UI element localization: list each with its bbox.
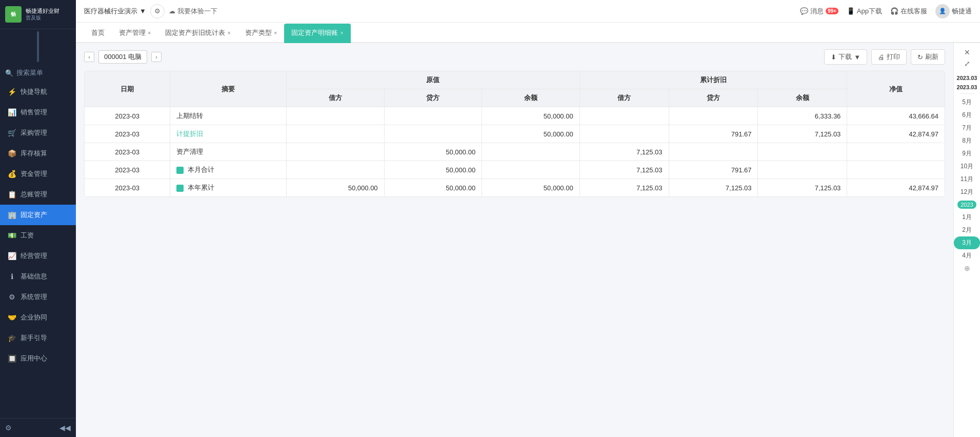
refresh-button[interactable]: ↻ 刷新 xyxy=(911,49,945,65)
tab-depreciation[interactable]: 固定资产折旧统计表 × xyxy=(158,24,237,43)
company-selector[interactable]: 医疗器械行业演示 ▼ xyxy=(84,7,146,16)
collapse-icon[interactable]: ◀◀ xyxy=(59,424,71,432)
col-summary: 摘要 xyxy=(170,71,287,107)
sidebar-bottom: ⚙ ◀◀ xyxy=(0,418,76,437)
month-item-1[interactable]: 1月 xyxy=(954,211,980,224)
month-item-12[interactable]: 12月 xyxy=(954,186,980,198)
table-row: 2023-03 资产清理 50,000.00 7,125.03 xyxy=(85,143,945,161)
download-button[interactable]: ⬇ 下载 ▼ xyxy=(824,49,867,65)
cell-summary: 上期结转 xyxy=(170,107,287,125)
month-item-4[interactable]: 4月 xyxy=(954,249,980,262)
sidebar-item-purchase[interactable]: 🛒 采购管理 xyxy=(0,123,76,143)
avatar: 👤 xyxy=(935,4,950,18)
message-badge: 99+ xyxy=(826,8,838,14)
tab-home[interactable]: 首页 xyxy=(84,24,112,43)
sidebar-item-system[interactable]: ⚙ 系统管理 xyxy=(0,287,76,307)
app-center-icon: 🔲 xyxy=(7,354,16,363)
cell-orig-balance xyxy=(482,161,580,179)
sidebar-item-label: 工资 xyxy=(21,231,34,240)
tab-detail-ledger[interactable]: 固定资产明细账 × xyxy=(284,24,350,43)
table-row: 2023-03 本月合计 50,000.00 7,125.03 791.67 xyxy=(85,161,945,179)
sidebar-item-fixed-assets[interactable]: 🏢 固定资产 xyxy=(0,205,76,225)
cell-net-value xyxy=(847,143,945,161)
month-item-9[interactable]: 9月 xyxy=(954,147,980,160)
app-logo: 畅 xyxy=(5,6,22,23)
cell-dep-credit xyxy=(669,143,758,161)
month-item-7[interactable]: 7月 xyxy=(954,122,980,134)
month-item-10[interactable]: 10月 xyxy=(954,160,980,173)
sidebar-item-label: 固定资产 xyxy=(21,210,47,220)
right-nav-expand-button[interactable]: ⤢ xyxy=(962,58,972,69)
customer-service-action[interactable]: 🎧 在线客服 xyxy=(890,7,927,16)
right-nav-close-button[interactable]: ✕ xyxy=(962,47,972,57)
sidebar-item-label: 应用中心 xyxy=(21,354,47,363)
sidebar-item-salary[interactable]: 💵 工资 xyxy=(0,225,76,246)
quick-nav-icon: ⚡ xyxy=(7,87,16,96)
table-row: 2023-03 本年累计 50,000.00 50,000.00 50,000.… xyxy=(85,179,945,197)
header-right: 💬 消息 99+ 📱 App下载 🎧 在线客服 👤 畅捷通 xyxy=(800,4,972,18)
monthly-total-icon xyxy=(176,167,184,174)
sidebar-item-label: 系统管理 xyxy=(21,292,47,302)
month-item-8[interactable]: 8月 xyxy=(954,134,980,147)
purchase-icon: 🛒 xyxy=(7,128,16,137)
sidebar-item-basic-info[interactable]: ℹ 基础信息 xyxy=(0,266,76,287)
cell-summary: 本月合计 xyxy=(170,161,287,179)
sidebar-item-sales[interactable]: 📊 销售管理 xyxy=(0,102,76,123)
month-item-11[interactable]: 11月 xyxy=(954,173,980,186)
tab-asset-type-close[interactable]: × xyxy=(274,30,277,36)
company-settings-button[interactable]: ⚙ xyxy=(150,4,165,18)
cell-dep-debit xyxy=(579,107,669,125)
cell-date: 2023-03 xyxy=(85,143,170,161)
app-subtitle: 普及版 xyxy=(26,14,59,22)
cell-orig-credit: 50,000.00 xyxy=(384,179,482,197)
month-item-5[interactable]: 5月 xyxy=(954,96,980,109)
cell-dep-credit: 791.67 xyxy=(669,161,758,179)
inventory-icon: 📦 xyxy=(7,149,16,158)
cell-dep-balance: 7,125.03 xyxy=(758,179,847,197)
cell-orig-credit xyxy=(384,125,482,143)
sidebar-item-finance[interactable]: 💰 资金管理 xyxy=(0,164,76,184)
tab-asset-close[interactable]: × xyxy=(148,30,151,36)
cell-dep-debit: 7,125.03 xyxy=(579,143,669,161)
sidebar-item-collaboration[interactable]: 🤝 企业协同 xyxy=(0,307,76,328)
tab-asset-label: 资产管理 xyxy=(119,28,146,37)
download-label: 下载 xyxy=(838,52,852,62)
month-item-2[interactable]: 2月 xyxy=(954,224,980,236)
cell-dep-debit: 7,125.03 xyxy=(579,161,669,179)
search-menu-item[interactable]: 🔍 搜索菜单 xyxy=(0,64,76,82)
sidebar-item-quick-nav[interactable]: ⚡ 快捷导航 xyxy=(0,82,76,102)
search-menu-label: 搜索菜单 xyxy=(16,68,43,77)
sidebar-item-guide[interactable]: 🎓 新手引导 xyxy=(0,328,76,348)
next-record-button[interactable]: › xyxy=(151,52,162,62)
sidebar-item-label: 采购管理 xyxy=(21,128,47,137)
right-time-nav: ✕ ⤢ 2023.03 2023.03 5月 6月 7月 8月 9月 10月 1… xyxy=(953,43,980,437)
ledger-icon: 📋 xyxy=(7,190,16,199)
prev-record-button[interactable]: ‹ xyxy=(84,52,94,62)
app-download-action[interactable]: 📱 App下载 xyxy=(847,7,882,16)
sidebar-item-app-center[interactable]: 🔲 应用中心 xyxy=(0,348,76,369)
message-action[interactable]: 💬 消息 99+ xyxy=(800,7,838,16)
print-button[interactable]: 🖨 打印 xyxy=(871,49,907,65)
month-item-3[interactable]: 3月 xyxy=(954,236,980,249)
user-action[interactable]: 👤 畅捷通 xyxy=(935,4,972,18)
col-dep-balance: 余额 xyxy=(758,89,847,107)
sidebar-item-operations[interactable]: 📈 经营管理 xyxy=(0,246,76,266)
sidebar-item-label: 经营管理 xyxy=(21,251,47,261)
experience-button[interactable]: ☁ 我要体验一下 xyxy=(169,7,217,16)
sidebar-item-label: 基础信息 xyxy=(21,272,47,281)
tab-asset-type[interactable]: 资产类型 × xyxy=(238,24,284,43)
sidebar-item-ledger[interactable]: 📋 总账管理 xyxy=(0,184,76,205)
right-nav-down-button[interactable]: ⊕ xyxy=(962,262,972,274)
sidebar-item-inventory[interactable]: 📦 库存核算 xyxy=(0,143,76,164)
settings-bottom-icon[interactable]: ⚙ xyxy=(5,424,12,432)
sidebar-item-label: 快捷导航 xyxy=(21,87,47,96)
cell-orig-credit: 50,000.00 xyxy=(384,161,482,179)
tab-asset-management[interactable]: 资产管理 × xyxy=(112,24,158,43)
tab-depreciation-close[interactable]: × xyxy=(227,30,230,36)
tab-detail-close[interactable]: × xyxy=(340,30,343,36)
year-total-icon xyxy=(176,185,184,192)
month-item-6[interactable]: 6月 xyxy=(954,109,980,122)
year-label-top-1: 2023.03 xyxy=(957,75,977,81)
sidebar: 畅 畅捷通好业财 普及版 🔍 搜索菜单 ⚡ 快捷导航 📊 销售管理 🛒 采购管理… xyxy=(0,0,76,437)
col-dep-debit: 借方 xyxy=(579,89,669,107)
